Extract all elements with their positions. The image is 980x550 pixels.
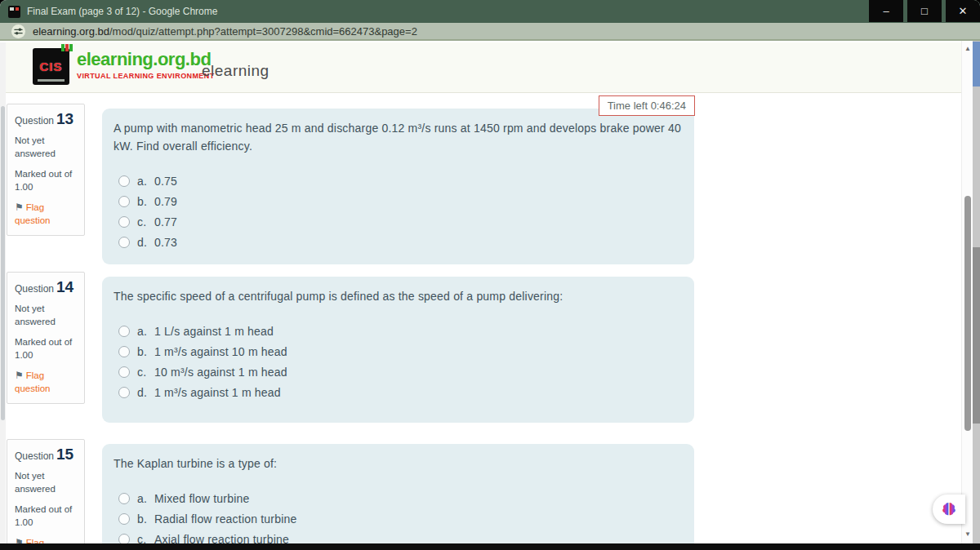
option-text: 1 m³/s against 10 m head xyxy=(154,345,287,358)
option-text: 1 L/s against 1 m head xyxy=(154,325,274,338)
option-text: 0.73 xyxy=(154,236,177,249)
scroll-down-icon[interactable]: ▼ xyxy=(962,530,973,538)
option-row[interactable]: b. 1 m³/s against 10 m head xyxy=(118,345,683,358)
option-row[interactable]: a. 1 L/s against 1 m head xyxy=(118,325,683,338)
logo-badge-icon: CIS xyxy=(33,48,69,85)
option-text: Radial flow reaction turbine xyxy=(154,512,296,526)
site-logo[interactable]: CIS elearning.org.bd VIRTUAL LEARNING EN… xyxy=(33,48,215,85)
window-scrollbar-thumb-secondary[interactable] xyxy=(973,247,980,424)
option-radio[interactable] xyxy=(118,513,130,525)
question-block-14: The specific speed of a centrifugal pump… xyxy=(102,277,694,423)
question-marks: Marked out of 1.00 xyxy=(15,503,77,529)
timer-label: Time left xyxy=(608,100,648,112)
logo-title: elearning.org.bd xyxy=(77,50,215,69)
option-radio[interactable] xyxy=(118,493,130,504)
question-text: The specific speed of a centrifugal pump… xyxy=(114,287,683,305)
options-list: a. Mixed flow turbine b. Radial flow rea… xyxy=(114,492,683,546)
question-info-panel-13: Question13 Not yet answered Marked out o… xyxy=(7,104,85,236)
question-number: 13 xyxy=(56,110,74,127)
option-text: 10 m³/s against 1 m head xyxy=(154,366,287,379)
logo-subtitle: VIRTUAL LEARNING ENVIRONMENT xyxy=(77,72,215,80)
site-settings-button[interactable] xyxy=(11,24,25,38)
quiz-timer: Time left 0:46:24 xyxy=(599,95,695,116)
option-row[interactable]: c. 10 m³/s against 1 m head xyxy=(118,366,683,379)
option-row[interactable]: a. 0.75 xyxy=(118,175,683,188)
timer-value: 0:46:24 xyxy=(651,100,686,112)
question-label: Question xyxy=(15,115,54,126)
window-title: Final Exam (page 3 of 12) - Google Chrom… xyxy=(27,6,217,17)
tune-icon xyxy=(14,27,23,36)
url-path: /mod/quiz/attempt.php?attempt=3007298&cm… xyxy=(109,25,417,38)
option-radio[interactable] xyxy=(118,216,130,228)
option-text: 0.79 xyxy=(154,195,177,208)
site-header: CIS elearning.org.bd VIRTUAL LEARNING EN… xyxy=(0,42,980,93)
left-scrollbar[interactable] xyxy=(0,42,6,543)
option-radio[interactable] xyxy=(118,346,130,357)
browser-toolbar: elearning.org.bd/mod/quiz/attempt.php?at… xyxy=(0,23,980,41)
window-controls: – □ ✕ xyxy=(865,0,980,22)
minimize-icon: – xyxy=(883,5,889,17)
page-favicon-icon xyxy=(8,6,20,18)
brain-icon xyxy=(940,501,958,517)
option-text: 0.75 xyxy=(154,175,177,188)
maximize-icon: □ xyxy=(921,5,928,17)
question-number: 14 xyxy=(56,278,74,295)
options-list: a. 1 L/s against 1 m head b. 1 m³/s agai… xyxy=(114,325,683,399)
option-row[interactable]: d. 1 m³/s against 1 m head xyxy=(118,386,683,399)
close-icon: ✕ xyxy=(959,5,968,17)
maximize-button[interactable]: □ xyxy=(907,0,942,22)
option-text: 0.77 xyxy=(154,215,177,228)
close-button[interactable]: ✕ xyxy=(946,0,980,22)
question-label: Question xyxy=(15,283,54,295)
option-row[interactable]: a. Mixed flow turbine xyxy=(118,492,683,505)
question-marks: Marked out of 1.00 xyxy=(15,167,77,193)
url-bar[interactable]: elearning.org.bd/mod/quiz/attempt.php?at… xyxy=(33,25,417,38)
question-label: Question xyxy=(15,450,54,462)
bottom-edge-bar xyxy=(0,543,980,550)
browser-window: Final Exam (page 3 of 12) - Google Chrom… xyxy=(0,0,980,550)
window-titlebar: Final Exam (page 3 of 12) - Google Chrom… xyxy=(0,0,980,23)
question-block-13: A pump with manometric head 25 m and dis… xyxy=(102,109,694,264)
minimize-button[interactable]: – xyxy=(869,0,903,22)
option-text: 1 m³/s against 1 m head xyxy=(154,386,281,399)
option-radio[interactable] xyxy=(118,237,130,248)
option-radio[interactable] xyxy=(118,196,130,207)
option-text: Mixed flow turbine xyxy=(154,492,249,505)
option-radio[interactable] xyxy=(118,175,130,187)
question-text: The Kaplan turbine is a type of: xyxy=(114,455,683,472)
question-block-15: The Kaplan turbine is a type of: a. Mixe… xyxy=(102,444,694,550)
question-status: Not yet answered xyxy=(15,134,77,160)
url-domain: elearning.org.bd xyxy=(33,25,109,38)
content-scrollbar[interactable]: ▲ ▼ xyxy=(961,41,973,543)
option-row[interactable]: c. 0.77 xyxy=(118,215,683,228)
question-status: Not yet answered xyxy=(15,469,77,495)
flag-question-link[interactable]: ⚑Flag question xyxy=(15,201,77,227)
site-name: elearning xyxy=(202,62,270,80)
content-scrollbar-thumb[interactable] xyxy=(964,196,971,431)
window-scrollbar-thumb[interactable] xyxy=(973,42,980,86)
options-list: a. 0.75 b. 0.79 c. 0.77 d. 0.73 xyxy=(114,175,683,249)
question-info-panel-14: Question14 Not yet answered Marked out o… xyxy=(7,272,85,404)
option-row[interactable]: b. Radial flow reaction turbine xyxy=(118,512,683,526)
flag-icon: ⚑ xyxy=(15,370,24,381)
option-radio[interactable] xyxy=(118,326,130,337)
flag-icon: ⚑ xyxy=(15,202,24,213)
question-text: A pump with manometric head 25 m and dis… xyxy=(114,119,683,155)
option-row[interactable]: b. 0.79 xyxy=(118,195,683,208)
scroll-up-icon[interactable]: ▲ xyxy=(962,45,973,52)
flag-question-link[interactable]: ⚑Flag question xyxy=(15,369,77,395)
left-scrollbar-thumb[interactable] xyxy=(1,106,5,420)
question-marks: Marked out of 1.00 xyxy=(15,335,77,361)
question-number: 15 xyxy=(56,446,74,463)
option-row[interactable]: d. 0.73 xyxy=(118,236,683,249)
option-radio[interactable] xyxy=(118,366,130,378)
option-radio[interactable] xyxy=(118,387,130,398)
question-info-panel-15: Question15 Not yet answered Marked out o… xyxy=(7,439,85,550)
window-scrollbar[interactable] xyxy=(973,41,980,543)
assistant-button[interactable] xyxy=(933,495,965,524)
question-status: Not yet answered xyxy=(15,302,77,328)
